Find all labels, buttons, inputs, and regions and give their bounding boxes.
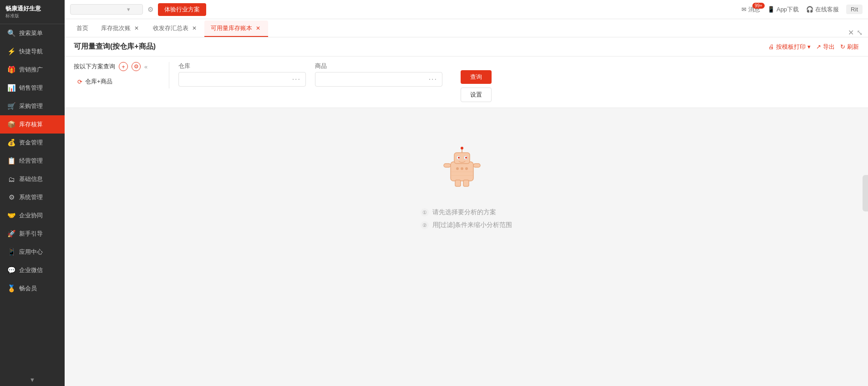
window-expand-btn[interactable]: ⤡: [857, 28, 863, 37]
tip-num-1: ①: [421, 208, 429, 216]
sales-icon: 📊: [7, 84, 15, 92]
refresh-icon: ↻: [840, 43, 845, 50]
export-label: 导出: [823, 43, 835, 51]
sidebar-item-operation[interactable]: 📋 经营管理: [0, 152, 65, 170]
settings-btn[interactable]: 设置: [461, 87, 492, 102]
finance-icon: 💰: [7, 139, 15, 147]
print-btn[interactable]: 🖨 按模板打印 ▾: [768, 43, 811, 51]
sidebar-item-appstore[interactable]: 📱 应用中心: [0, 243, 65, 261]
sidebar-item-label: 企业微信: [19, 266, 43, 274]
empty-tips: ① 请先选择要分析的方案 ② 用[过滤]条件来缩小分析范围: [421, 208, 513, 229]
svg-point-11: [461, 167, 463, 170]
tab-available-ledger-close[interactable]: ✕: [254, 25, 262, 32]
operation-icon: 📋: [7, 157, 15, 165]
sidebar-item-marketing[interactable]: 🎁 营销推广: [0, 61, 65, 79]
main-area: ▾ ⚙ 体验行业方案 ✉ 消息 99+ 📱 App下载 🎧 在线客服 Rit: [65, 0, 868, 386]
sidebar-scroll-down[interactable]: ▼: [0, 374, 65, 386]
scheme-settings-btn[interactable]: ⚙: [132, 62, 141, 71]
search-icon: 🔍: [7, 29, 15, 37]
app-name: 畅康通好生意: [5, 5, 59, 13]
sidebar-item-newbie[interactable]: 🚀 新手引导: [0, 225, 65, 243]
tip-num-2: ②: [421, 221, 429, 229]
topbar-search-input[interactable]: [74, 6, 124, 13]
warehouse-more-btn[interactable]: ···: [292, 75, 301, 83]
tabs-right-controls: ✕ ⤡: [848, 28, 863, 37]
app-download-btn[interactable]: 📱 App下载: [767, 5, 799, 14]
page-content: 可用量查询(按仓库+商品) 🖨 按模板打印 ▾ ↗ 导出 ↻ 刷新: [65, 37, 868, 386]
sidebar-item-system[interactable]: ⚙ 系统管理: [0, 188, 65, 206]
vip-icon: 🏅: [7, 284, 15, 293]
tip-text-1: 请先选择要分析的方案: [432, 208, 496, 216]
scheme-item-warehouse-goods[interactable]: ⟳ 仓库+商品: [74, 75, 163, 88]
sidebar-item-label: 新手引导: [19, 230, 43, 238]
scheme-item-label: 仓库+商品: [85, 77, 112, 86]
svg-point-10: [456, 167, 459, 170]
message-btn[interactable]: ✉ 消息 99+: [741, 5, 760, 14]
right-scrollbar[interactable]: [863, 175, 868, 211]
goods-field: 商品 ···: [315, 62, 442, 87]
user-btn[interactable]: Rit: [846, 5, 863, 14]
sidebar-item-label: 系统管理: [19, 193, 43, 201]
sidebar-item-label: 快捷导航: [19, 47, 43, 56]
sidebar-item-enterprise[interactable]: 🤝 企业协同: [0, 206, 65, 225]
sidebar-item-purchase[interactable]: 🛒 采购管理: [0, 97, 65, 115]
goods-more-btn[interactable]: ···: [429, 75, 437, 83]
message-icon: ✉: [741, 6, 746, 13]
sidebar-item-label: 应用中心: [19, 248, 43, 256]
sidebar-item-wechat[interactable]: 💬 企业微信: [0, 261, 65, 279]
goods-input[interactable]: [320, 76, 429, 83]
sidebar-item-sales[interactable]: 📊 销售管理: [0, 79, 65, 97]
user-label: Rit: [851, 6, 858, 13]
sidebar-scroll: 🔍 搜索菜单 ⚡ 快捷导航 🎁 营销推广 📊 销售管理 🛒 采购管理 📦 库存核…: [0, 24, 65, 374]
query-btn[interactable]: 查询: [461, 70, 492, 84]
service-label: 在线客服: [815, 5, 839, 14]
sidebar-item-label: 经营管理: [19, 157, 43, 165]
sidebar-item-basic[interactable]: 🗂 基础信息: [0, 170, 65, 188]
service-btn[interactable]: 🎧 在线客服: [806, 5, 839, 14]
topbar: ▾ ⚙ 体验行业方案 ✉ 消息 99+ 📱 App下载 🎧 在线客服 Rit: [65, 0, 868, 19]
sidebar-item-vip[interactable]: 🏅 畅会员: [0, 279, 65, 298]
warehouse-label: 仓库: [178, 62, 306, 70]
tab-batch-ledger-label: 库存批次账: [101, 24, 131, 32]
appstore-icon: 📱: [7, 248, 15, 256]
tab-available-ledger[interactable]: 可用量库存账本 ✕: [204, 21, 268, 37]
sidebar-item-label: 资金管理: [19, 139, 43, 147]
gear-icon[interactable]: ⚙: [147, 5, 153, 14]
svg-point-3: [461, 147, 463, 149]
svg-rect-9: [473, 164, 480, 167]
inventory-icon: 📦: [7, 120, 15, 129]
svg-rect-0: [451, 162, 473, 181]
tab-stock-summary[interactable]: 收发存汇总表 ✕: [147, 21, 204, 37]
sidebar-item-inventory[interactable]: 📦 库存核算: [0, 115, 65, 134]
collapse-btn[interactable]: «: [144, 63, 147, 70]
add-scheme-btn[interactable]: +: [119, 62, 128, 71]
export-btn[interactable]: ↗ 导出: [816, 43, 835, 51]
svg-rect-8: [444, 164, 451, 167]
refresh-btn[interactable]: ↻ 刷新: [840, 43, 859, 51]
sidebar-item-label: 基础信息: [19, 175, 43, 183]
print-label: 按模板打印: [776, 43, 806, 51]
tab-home[interactable]: 首页: [70, 21, 95, 37]
sidebar-item-label: 畅会员: [19, 284, 37, 293]
sidebar-item-label: 搜索菜单: [19, 29, 43, 37]
trial-btn[interactable]: 体验行业方案: [158, 3, 206, 16]
warehouse-input[interactable]: [183, 76, 292, 83]
filter-scheme-title: 按以下方案查询: [74, 62, 115, 71]
close-icon: ✕: [256, 25, 260, 31]
topbar-dropdown-icon[interactable]: ▾: [127, 6, 130, 13]
sidebar-item-search[interactable]: 🔍 搜索菜单: [0, 24, 65, 42]
filter-fields: 仓库 ··· 商品 ··· 查询 设置: [169, 62, 859, 102]
print-dropdown-icon[interactable]: ▾: [807, 43, 811, 50]
tab-batch-ledger[interactable]: 库存批次账 ✕: [95, 21, 147, 37]
empty-tip-1: ① 请先选择要分析的方案: [421, 208, 513, 216]
tab-stock-summary-close[interactable]: ✕: [191, 25, 198, 32]
sidebar-item-shortcut[interactable]: ⚡ 快捷导航: [0, 42, 65, 61]
goods-label: 商品: [315, 62, 442, 70]
page-header-actions: 🖨 按模板打印 ▾ ↗ 导出 ↻ 刷新: [768, 43, 859, 51]
sidebar-item-finance[interactable]: 💰 资金管理: [0, 134, 65, 152]
filter-actions: 查询 设置: [452, 62, 492, 102]
purchase-icon: 🛒: [7, 102, 15, 110]
window-close-btn[interactable]: ✕: [848, 28, 854, 37]
empty-illustration: [439, 144, 494, 199]
tab-batch-ledger-close[interactable]: ✕: [133, 25, 140, 32]
